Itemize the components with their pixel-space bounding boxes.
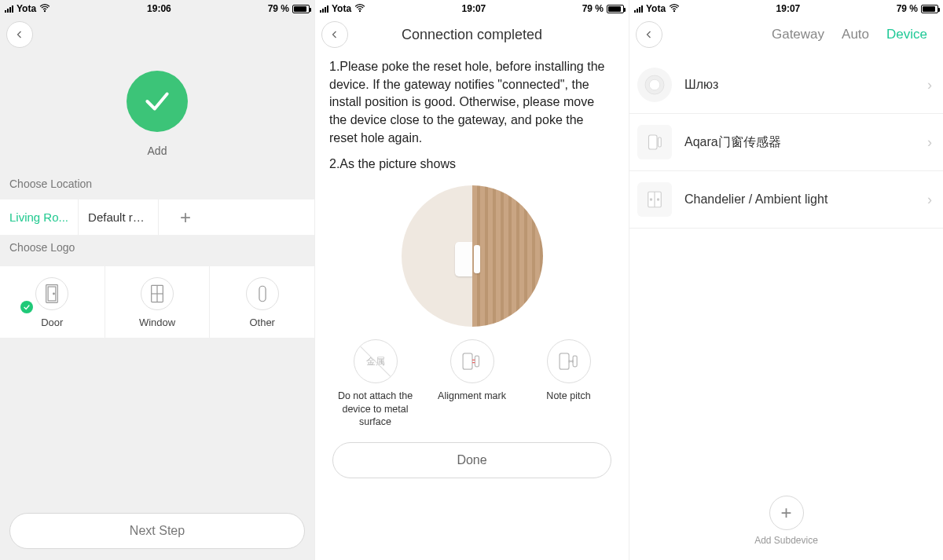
svg-rect-14 xyxy=(573,357,577,368)
add-room-button[interactable]: + xyxy=(159,199,212,235)
logo-label: Other xyxy=(249,317,275,328)
tab-gateway[interactable]: Gateway xyxy=(772,27,824,42)
no-metal-icon: 金属 xyxy=(354,339,398,383)
logo-option-other[interactable]: Other xyxy=(210,266,314,338)
instruction-2: 2.As the picture shows xyxy=(329,156,615,174)
battery-icon xyxy=(607,5,624,13)
carrier-label: Yota xyxy=(646,3,666,14)
done-button[interactable]: Done xyxy=(332,442,611,478)
svg-rect-9 xyxy=(463,353,472,369)
nav-bar: Gateway Auto Device xyxy=(629,17,943,52)
gateway-icon xyxy=(637,68,672,102)
battery-icon xyxy=(921,5,938,13)
battery-pct: 79 % xyxy=(897,3,918,14)
room-tabs: Living Ro... Default ro... + xyxy=(0,199,314,235)
back-button[interactable] xyxy=(321,21,348,48)
wifi-icon xyxy=(354,2,365,15)
nav-bar xyxy=(0,17,314,52)
device-row-switch[interactable]: Chandelier / Ambient light › xyxy=(629,171,943,229)
battery-pct: 79 % xyxy=(582,3,604,14)
svg-point-3 xyxy=(53,293,55,295)
svg-rect-10 xyxy=(475,357,479,368)
room-tab-living[interactable]: Living Ro... xyxy=(0,199,79,235)
add-block: Add xyxy=(0,52,314,171)
wifi-icon xyxy=(669,2,680,15)
device-row-sensor[interactable]: Aqara门窗传感器 › xyxy=(629,114,943,171)
svg-rect-7 xyxy=(259,286,266,302)
tips-row: 金属 Do not attach the device to metal sur… xyxy=(329,339,615,428)
signal-icon xyxy=(634,5,643,13)
device-label: Aqara门窗传感器 xyxy=(684,134,927,151)
logo-label: Window xyxy=(139,317,175,328)
svg-point-23 xyxy=(650,199,651,200)
logo-option-door[interactable]: Door xyxy=(0,266,105,338)
switch-icon xyxy=(637,182,672,217)
back-button[interactable] xyxy=(6,21,33,48)
device-label: Chandelier / Ambient light xyxy=(684,192,927,207)
add-subdevice-label: Add Subdevice xyxy=(629,535,943,546)
tip-no-metal: 金属 Do not attach the device to metal sur… xyxy=(329,339,421,428)
tip-label: Do not attach the device to metal surfac… xyxy=(329,390,421,428)
back-button[interactable] xyxy=(636,21,662,48)
svg-rect-13 xyxy=(560,353,569,369)
svg-rect-20 xyxy=(659,137,662,147)
add-subdevice: + Add Subdevice xyxy=(629,496,943,560)
device-row-gateway[interactable]: Шлюз › xyxy=(629,57,943,114)
page-title: Connection completed xyxy=(315,27,629,43)
choose-location-label: Choose Location xyxy=(0,171,314,199)
logo-option-window[interactable]: Window xyxy=(105,266,211,338)
clock: 19:07 xyxy=(462,3,486,14)
screen-add-device: Yota 19:06 79 % Add Choose Location Livi… xyxy=(0,0,314,560)
selected-check-icon xyxy=(20,301,33,313)
choose-logo-label: Choose Logo xyxy=(0,235,314,263)
success-check-icon xyxy=(127,71,188,132)
door-sensor-icon xyxy=(637,125,672,159)
chevron-right-icon: › xyxy=(927,77,932,93)
svg-rect-19 xyxy=(649,135,658,149)
device-list: Шлюз › Aqara门窗传感器 › Chandelier / Ambient… xyxy=(629,57,943,229)
svg-point-24 xyxy=(657,199,659,200)
tab-auto[interactable]: Auto xyxy=(842,27,869,42)
tab-device[interactable]: Device xyxy=(886,27,927,42)
status-bar: Yota 19:07 79 % xyxy=(629,0,943,17)
chevron-right-icon: › xyxy=(927,134,932,151)
window-icon xyxy=(141,277,174,310)
status-bar: Yota 19:06 79 % xyxy=(0,0,314,17)
tip-alignment: Alignment mark xyxy=(426,339,518,428)
screen-device-list: Yota 19:07 79 % Gateway Auto Device Ш xyxy=(629,0,943,560)
carrier-label: Yota xyxy=(17,3,36,14)
signal-icon xyxy=(5,5,13,13)
clock: 19:07 xyxy=(776,3,801,14)
clock: 19:06 xyxy=(147,3,171,14)
screen-connection-completed: Yota 19:07 79 % Connection completed 1.P… xyxy=(314,0,629,560)
svg-point-18 xyxy=(649,79,660,90)
status-bar: Yota 19:07 79 % xyxy=(315,0,629,17)
battery-icon xyxy=(292,5,310,13)
nav-bar: Connection completed xyxy=(315,17,629,52)
carrier-label: Yota xyxy=(332,3,351,14)
instruction-1: 1.Please poke the reset hole, before ins… xyxy=(329,58,615,148)
pitch-icon xyxy=(547,339,591,383)
nav-tabs: Gateway Auto Device xyxy=(772,27,937,42)
logo-options: Door Window Other xyxy=(0,266,314,338)
sensor-install-photo xyxy=(402,185,543,327)
wifi-icon xyxy=(39,2,50,15)
svg-point-0 xyxy=(45,11,46,12)
other-icon xyxy=(246,277,279,310)
add-subdevice-button[interactable]: + xyxy=(769,496,804,530)
add-label: Add xyxy=(0,145,314,157)
tip-label: Alignment mark xyxy=(426,390,518,402)
chevron-right-icon: › xyxy=(927,192,932,208)
room-tab-default[interactable]: Default ro... xyxy=(79,199,159,235)
next-step-button[interactable]: Next Step xyxy=(9,513,305,549)
logo-label: Door xyxy=(41,317,63,328)
battery-pct: 79 % xyxy=(268,3,289,14)
svg-point-8 xyxy=(360,11,361,12)
device-label: Шлюз xyxy=(684,78,927,92)
tip-label: Note pitch xyxy=(523,390,615,402)
signal-icon xyxy=(320,5,328,13)
alignment-icon xyxy=(450,339,494,383)
svg-point-16 xyxy=(674,11,675,12)
tip-pitch: Note pitch xyxy=(523,339,615,428)
door-icon xyxy=(35,277,68,310)
